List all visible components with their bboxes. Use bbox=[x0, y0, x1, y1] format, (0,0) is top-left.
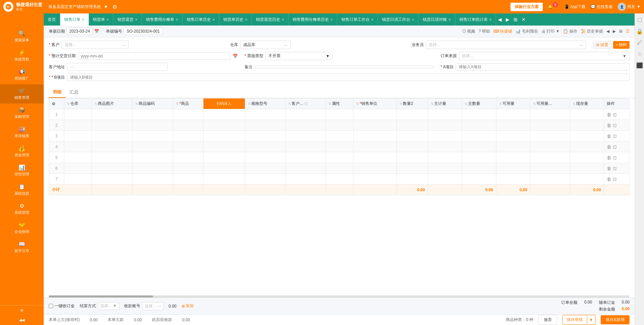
header-grid-icon[interactable]: ⊞ bbox=[619, 29, 622, 34]
cell-r5-c6[interactable] bbox=[286, 152, 326, 163]
staff-input[interactable]: 选择... ··· bbox=[426, 41, 586, 49]
th-gear[interactable]: ⚙ bbox=[49, 98, 64, 109]
tab-home[interactable]: 首页 bbox=[44, 13, 60, 26]
cell-r1-c12[interactable] bbox=[496, 109, 530, 120]
cell-r2-c2[interactable] bbox=[132, 120, 173, 131]
action-history[interactable]: 📜 历史单据 bbox=[581, 29, 603, 34]
cell-r6-c12[interactable] bbox=[496, 163, 530, 174]
cell-r1-c1[interactable] bbox=[92, 109, 132, 120]
cell-r1-c9[interactable] bbox=[396, 109, 428, 120]
notification-btn[interactable]: 🔔 9 bbox=[548, 4, 559, 9]
cell-r6-c14[interactable] bbox=[570, 163, 604, 174]
cell-r1-c13[interactable] bbox=[530, 109, 570, 120]
cell-r7-c6[interactable] bbox=[286, 174, 326, 185]
tab-close-sales-return-history[interactable]: ✕ bbox=[281, 18, 284, 22]
delivery-date-input[interactable] bbox=[78, 52, 231, 60]
action-help[interactable]: ? 帮助 bbox=[479, 29, 490, 34]
cell-r3-c0[interactable] bbox=[64, 131, 92, 141]
copy-icon-6[interactable]: ⊡ bbox=[613, 166, 617, 171]
tab-close-sales-expense[interactable]: ✕ bbox=[176, 18, 178, 22]
order-source-input[interactable]: 选择... ▼ bbox=[459, 52, 630, 60]
right-icon-5[interactable]: ⬛ bbox=[636, 62, 643, 69]
copy-icon-7[interactable]: ⊡ bbox=[613, 176, 617, 182]
cell-r7-c13[interactable] bbox=[530, 174, 570, 185]
cell-r3-c8[interactable] bbox=[353, 131, 396, 141]
sidebar-item-operations[interactable]: 📊 经营管理 bbox=[0, 161, 44, 180]
copy-icon-5[interactable]: ⊡ bbox=[613, 155, 617, 160]
save-draft-dropdown[interactable]: ▼ bbox=[587, 316, 595, 324]
right-icon-4[interactable]: ☆ bbox=[637, 51, 642, 57]
warehouse-input[interactable]: 成品库 ··· bbox=[240, 41, 291, 49]
cell-r7-c7[interactable] bbox=[326, 174, 353, 185]
action-profit[interactable]: 📊 毛利预告 bbox=[516, 29, 538, 34]
cell-r6-c9[interactable] bbox=[396, 163, 428, 174]
cell-r3-c5[interactable] bbox=[245, 131, 286, 141]
right-icon-2[interactable]: 🔒 bbox=[636, 28, 643, 35]
cell-r1-c10[interactable] bbox=[428, 109, 462, 120]
b-project-input[interactable] bbox=[67, 74, 630, 81]
cell-r7-c11[interactable] bbox=[462, 174, 496, 185]
calendar-icon[interactable]: 📅 bbox=[94, 29, 99, 34]
sidebar-item-purchase[interactable]: 📦 采购管理 bbox=[0, 104, 44, 123]
solution-button[interactable]: 体验行业方案 bbox=[510, 3, 543, 11]
cell-r7-c4[interactable] bbox=[203, 174, 245, 185]
cell-r7-c5[interactable] bbox=[245, 174, 286, 185]
cell-r3-c1[interactable] bbox=[92, 131, 132, 141]
cell-r7-c12[interactable] bbox=[496, 174, 530, 185]
cell-r5-c0[interactable] bbox=[64, 152, 92, 163]
tab-close-money-workbench[interactable]: ✕ bbox=[412, 18, 414, 22]
tab-close-sales-invoice[interactable]: ✕ bbox=[106, 18, 109, 22]
cell-r1-c5[interactable] bbox=[245, 109, 286, 120]
delivery-date-calendar-icon[interactable]: 📅 bbox=[233, 54, 238, 58]
add-material-button[interactable]: + 物料 bbox=[613, 41, 630, 49]
cell-r1-c7[interactable] bbox=[326, 109, 353, 120]
save-new-button[interactable]: 保存&新增 bbox=[601, 315, 630, 324]
tab-sales-invoice-history[interactable]: 销货单历史 ✕ bbox=[219, 13, 252, 26]
action-operate[interactable]: 📋 操作 bbox=[563, 29, 577, 34]
header-list-icon[interactable]: ☰ bbox=[626, 29, 630, 34]
customer-address-input[interactable]: ··· bbox=[67, 63, 168, 71]
cell-r3-c10[interactable] bbox=[428, 131, 462, 141]
right-icon-3[interactable]: 🖊 bbox=[637, 40, 642, 46]
cell-r2-c5[interactable] bbox=[245, 120, 286, 131]
tab-close-sales-return[interactable]: ✕ bbox=[135, 18, 138, 22]
tab-close-sales-order-history[interactable]: ✕ bbox=[212, 18, 215, 22]
discard-button[interactable]: 放弃 bbox=[538, 315, 557, 325]
cell-r5-c9[interactable] bbox=[396, 152, 428, 163]
tab-summary[interactable]: 汇总 bbox=[66, 87, 82, 98]
cell-r3-c11[interactable] bbox=[462, 131, 496, 141]
cell-r3-c7[interactable] bbox=[326, 131, 353, 141]
cell-r2-c13[interactable] bbox=[530, 120, 570, 131]
tab-sales-stats[interactable]: 销售订单统计表 ✕ bbox=[455, 13, 496, 26]
th-scan[interactable]: 扫码录入 bbox=[203, 98, 245, 109]
save-draft-button[interactable]: 保存草稿 bbox=[563, 315, 587, 324]
cell-r5-c4[interactable] bbox=[203, 152, 245, 163]
right-icon-1[interactable]: ☐ bbox=[637, 17, 642, 23]
account-select[interactable]: 选择... ··· bbox=[142, 302, 163, 310]
setting-button[interactable]: ⚙ 设置 bbox=[593, 41, 611, 49]
cell-r6-c4[interactable] bbox=[203, 163, 245, 174]
customer-address-dots[interactable]: ··· bbox=[70, 64, 74, 70]
copy-icon-4[interactable]: ⊡ bbox=[613, 144, 617, 150]
tab-close-sales-workbench[interactable]: ✕ bbox=[371, 18, 374, 22]
auto-collect-checkbox[interactable]: 一键收订金 bbox=[49, 303, 75, 309]
sidebar-item-marketing[interactable]: 📢 营销推广 bbox=[0, 65, 44, 84]
tab-sales-expense-history[interactable]: 销售费用分摊单历史 ✕ bbox=[289, 13, 337, 26]
cell-r7-c3[interactable] bbox=[173, 174, 203, 185]
cell-r6-c6[interactable] bbox=[286, 163, 326, 174]
cell-r4-c10[interactable] bbox=[428, 141, 462, 152]
add-payment-btn[interactable]: ⊕ 添加 bbox=[182, 303, 194, 309]
cell-r7-c0[interactable] bbox=[64, 174, 92, 185]
tab-close-sales-order[interactable]: ✕ bbox=[82, 18, 84, 22]
cell-r4-c14[interactable] bbox=[570, 141, 604, 152]
tabs-close-all-icon[interactable]: ✕ bbox=[520, 17, 528, 22]
cell-r2-c3[interactable] bbox=[173, 120, 203, 131]
cell-r2-c8[interactable] bbox=[353, 120, 396, 131]
cell-r4-c3[interactable] bbox=[173, 141, 203, 152]
sidebar-collapse-btn[interactable]: ◀◀ bbox=[0, 315, 44, 325]
sidebar-settings-btn[interactable]: ⚙ bbox=[0, 306, 44, 315]
cell-r1-c3[interactable] bbox=[173, 109, 203, 120]
a-project-input[interactable] bbox=[456, 63, 630, 71]
tab-sales-order[interactable]: 销售订单 ✕ bbox=[60, 13, 89, 26]
header-nav-right[interactable]: ▶ bbox=[613, 29, 616, 34]
